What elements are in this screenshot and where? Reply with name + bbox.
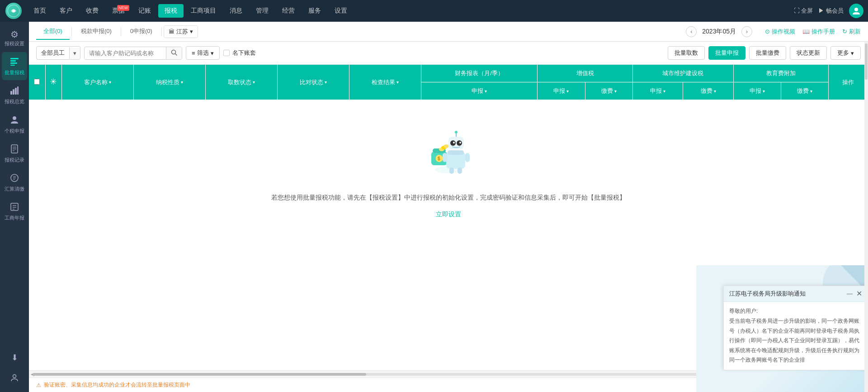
th-city-pay-filter[interactable]: 缴费 ▾ — [701, 87, 716, 95]
svg-rect-43 — [465, 153, 470, 162]
notification-content: 受当前电子税务局进一步升级的影响，同一个政务网账号（办税人）名下的企业不能再同时… — [729, 316, 862, 365]
th-fetch-status-filter[interactable]: 取数状态 ▾ — [228, 78, 255, 86]
tab-divider-2 — [121, 27, 121, 36]
nav-manage[interactable]: 管理 — [250, 4, 275, 18]
empty-state: $ — [29, 100, 868, 246]
sidebar-item-annual-settlement[interactable]: 汇算清缴 — [2, 168, 27, 196]
status-update-button[interactable]: 状态更新 — [790, 46, 827, 60]
svg-rect-17 — [11, 203, 18, 210]
notification-salutation: 尊敬的用户: — [729, 306, 862, 316]
name-accounts-checkbox-label[interactable]: 名下账套 — [223, 49, 256, 57]
sidebar-item-annual-report[interactable]: 工商年报 — [2, 197, 27, 225]
th-edu-pay-filter[interactable]: 缴费 ▾ — [797, 87, 812, 95]
filter-label: 筛选 — [197, 49, 209, 57]
batch-pay-button[interactable]: 批量缴费 — [749, 46, 786, 60]
fullscreen-btn[interactable]: ⛶ 全屏 — [794, 7, 813, 15]
th-edu-declare: 申报 ▾ — [733, 82, 781, 100]
svg-point-37 — [457, 140, 462, 146]
th-city-declare-filter[interactable]: 申报 ▾ — [650, 87, 665, 95]
nav-operation[interactable]: 经营 — [276, 4, 301, 18]
tab-tax-declare[interactable]: 税款申报(0) — [74, 24, 119, 40]
employee-select[interactable]: 全部员工 ▾ — [36, 46, 80, 60]
employee-select-arrow-icon[interactable]: ▾ — [69, 48, 80, 59]
svg-rect-6 — [10, 65, 15, 66]
batch-declare-button[interactable]: 批量申报 — [708, 46, 745, 60]
compare-status-filter-icon: ▾ — [325, 80, 327, 85]
nav-bookkeeping[interactable]: 记账 — [132, 4, 157, 18]
search-input[interactable] — [85, 48, 166, 59]
svg-point-38 — [453, 142, 455, 143]
tax-nature-filter-icon: ▾ — [181, 80, 183, 85]
nav-invoice[interactable]: 票据 NEW — [106, 4, 131, 18]
th-financial-declare-filter[interactable]: 申报 ▾ — [472, 87, 487, 95]
th-group-education: 教育费附加 — [733, 65, 828, 82]
refresh-icon: ↻ — [842, 28, 847, 35]
province-selector[interactable]: 🏛 江苏 ▾ — [164, 25, 198, 38]
th-check-result-filter[interactable]: 检查结果 ▾ — [372, 78, 399, 86]
province-text: 江苏 — [176, 28, 188, 36]
vip-btn[interactable]: ▶ 畅会员 — [818, 7, 844, 15]
top-navigation: 首页 客户 收费 票据 NEW 记账 报税 工商项目 消息 管理 经营 服务 设… — [0, 0, 868, 22]
nav-fee[interactable]: 收费 — [80, 4, 105, 18]
th-vat-pay-filter[interactable]: 缴费 ▾ — [601, 87, 617, 95]
notification-close-btn[interactable]: ✕ — [856, 290, 862, 297]
sidebar-item-tax-records[interactable]: 报税记录 — [2, 139, 27, 167]
th-edu-declare-filter[interactable]: 申报 ▾ — [750, 87, 765, 95]
svg-rect-3 — [10, 58, 19, 59]
sidebar-bottom: ⬇ — [2, 349, 27, 392]
th-customer-name-filter[interactable]: 客户名称 ▾ — [84, 78, 111, 86]
tab-all[interactable]: 全部(0) — [36, 24, 70, 40]
nav-message[interactable]: 消息 — [223, 4, 249, 18]
tab-right-actions: ⊙ 操作视频 📖 操作手册 ↻ 刷新 — [765, 28, 861, 36]
batch-tax-icon — [9, 57, 19, 68]
th-edu-pay: 缴费 ▾ — [781, 82, 828, 100]
data-table: 客户名称 ▾ 纳税性质 ▾ 取数状态 — [29, 65, 868, 246]
nav-tax[interactable]: 报税 — [158, 4, 184, 18]
svg-rect-8 — [13, 89, 14, 95]
batch-fetch-button[interactable]: 批量取数 — [668, 46, 705, 60]
sidebar-item-personal-tax[interactable]: 个税申报 — [2, 110, 27, 139]
filter-button[interactable]: ≡ 筛选 ▾ — [186, 46, 220, 60]
user-avatar[interactable] — [849, 4, 863, 18]
app-logo[interactable] — [5, 2, 23, 20]
month-nav: ‹ 2023年05月 › — [686, 26, 752, 37]
sidebar: ⚙ 报税设置 批量报税 — [0, 22, 29, 392]
refresh-btn[interactable]: ↻ 刷新 — [842, 28, 861, 36]
th-tax-nature-filter[interactable]: 纳税性质 ▾ — [156, 78, 183, 86]
notification-panel: 江苏电子税务局升级影响通知 — ✕ 尊敬的用户: 受当前电子税务局进一步升级的影… — [723, 286, 868, 370]
more-button[interactable]: 更多 ▾ — [830, 46, 861, 60]
setup-link[interactable]: 立即设置 — [436, 210, 461, 219]
th-vat-declare-filter[interactable]: 申报 ▾ — [553, 87, 569, 95]
th-vat-pay: 缴费 ▾ — [585, 82, 632, 100]
search-button[interactable] — [166, 47, 182, 59]
th-compare-status-filter[interactable]: 比对状态 ▾ — [300, 78, 327, 86]
select-all-checkbox[interactable] — [34, 79, 40, 85]
operation-manual-btn[interactable]: 📖 操作手册 — [802, 28, 835, 36]
nav-bizproject[interactable]: 工商项目 — [184, 4, 222, 18]
nav-customer[interactable]: 客户 — [53, 4, 79, 18]
sidebar-label-tax-records: 报税记录 — [5, 157, 24, 163]
notification-minimize-btn[interactable]: — — [847, 290, 853, 297]
month-next-btn[interactable]: › — [741, 26, 752, 37]
sidebar-user-btn[interactable] — [2, 368, 27, 387]
svg-point-39 — [459, 142, 461, 143]
nav-settings[interactable]: 设置 — [328, 4, 354, 18]
sidebar-item-tax-overview[interactable]: 报税总览 — [2, 81, 27, 109]
employee-select-text: 全部员工 — [37, 47, 69, 59]
sidebar-item-tax-settings[interactable]: ⚙ 报税设置 — [2, 25, 27, 51]
notification-body: 尊敬的用户: 受当前电子税务局进一步升级的影响，同一个政务网账号（办税人）名下的… — [724, 302, 868, 370]
fetch-status-filter-icon: ▾ — [253, 80, 255, 85]
svg-rect-9 — [15, 88, 17, 95]
sidebar-label-batch-tax: 批量报税 — [5, 70, 24, 76]
nav-service[interactable]: 服务 — [302, 4, 327, 18]
tab-divider-3 — [161, 27, 162, 36]
sidebar-label-personal-tax: 个税申报 — [5, 128, 24, 134]
sidebar-download-btn[interactable]: ⬇ — [2, 349, 27, 367]
th-group-city-construction: 城市维护建设税 — [632, 65, 733, 82]
right-scrollbar[interactable] — [864, 42, 868, 392]
operation-video-btn[interactable]: ⊙ 操作视频 — [765, 28, 795, 36]
month-prev-btn[interactable]: ‹ — [686, 26, 697, 37]
tab-zero-declare[interactable]: 0申报(0) — [123, 24, 160, 40]
nav-home[interactable]: 首页 — [27, 4, 52, 18]
sidebar-item-batch-tax[interactable]: 批量报税 — [2, 52, 27, 80]
